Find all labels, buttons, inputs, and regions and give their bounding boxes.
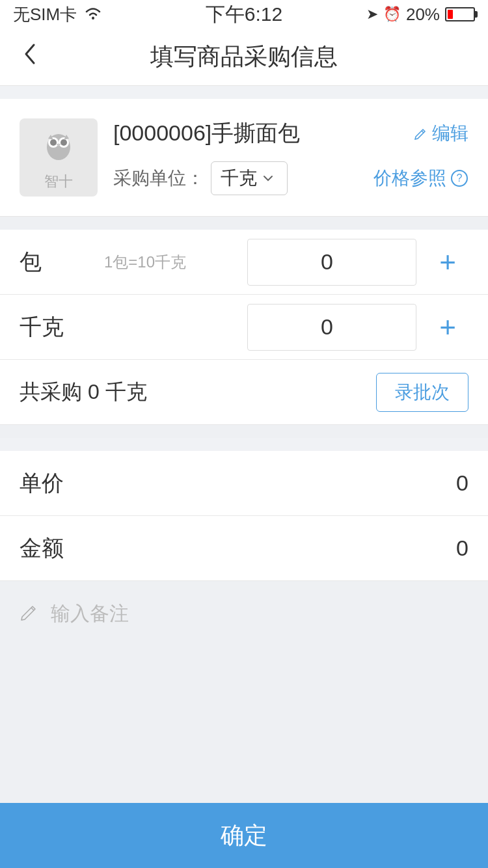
svg-line-9	[422, 131, 424, 133]
unit-price-row: 单价 0	[0, 451, 488, 516]
unit-dropdown[interactable]: 千克	[211, 161, 288, 195]
amount-value: 0	[456, 536, 468, 561]
confirm-button[interactable]: 确定	[0, 803, 488, 868]
svg-line-12	[31, 608, 34, 610]
svg-point-4	[50, 139, 57, 146]
kg-label: 千克	[20, 312, 98, 342]
carrier-label: 无SIM卡	[13, 3, 77, 26]
back-button[interactable]	[20, 40, 39, 74]
section-separator-1	[0, 217, 488, 230]
alarm-icon: ⏰	[383, 6, 401, 23]
unit-price-value: 0	[456, 470, 468, 496]
price-reference-button[interactable]: 价格参照 ?	[373, 166, 468, 191]
batch-record-button[interactable]: 录批次	[376, 373, 468, 412]
page-title: 填写商品采购信息	[150, 41, 338, 73]
product-unit-row: 采购单位： 千克 价格参照 ?	[113, 161, 468, 195]
product-info: [0000006]手撕面包 编辑 采购单位： 千克 价格参照 ?	[113, 118, 468, 195]
product-card: 智十 [0000006]手撕面包 编辑 采购单位： 千克 价格参照 ?	[0, 99, 488, 217]
price-section: 单价 0 金额 0	[0, 451, 488, 581]
package-plus-button[interactable]: +	[427, 241, 468, 283]
kg-input-row: 千克 +	[0, 295, 488, 360]
remark-placeholder: 输入备注	[51, 601, 129, 627]
svg-point-5	[61, 139, 67, 146]
battery-percent: 20%	[406, 5, 440, 25]
product-full-name: [0000006]手撕面包	[113, 118, 300, 148]
product-thumb-icon	[39, 124, 78, 169]
svg-text:?: ?	[457, 172, 463, 183]
package-input-right: +	[247, 239, 468, 286]
package-label: 包	[20, 247, 98, 277]
section-separator-2	[0, 425, 488, 438]
amount-label: 金额	[20, 534, 64, 563]
unit-price-label: 单价	[20, 468, 64, 498]
location-icon: ➤	[366, 6, 378, 23]
product-brand-label: 智十	[44, 172, 73, 191]
nav-bar: 填写商品采购信息	[0, 29, 488, 86]
amount-row: 金额 0	[0, 516, 488, 581]
package-sublabel: 1包=10千克	[104, 252, 186, 273]
battery-icon	[445, 7, 475, 21]
status-time: 下午6:12	[206, 1, 282, 28]
summary-row: 共采购 0 千克 录批次	[0, 360, 488, 425]
kg-plus-button[interactable]: +	[427, 306, 468, 348]
wifi-signal-icon	[83, 5, 103, 25]
kg-input-right: +	[247, 304, 468, 351]
status-left: 无SIM卡	[13, 3, 103, 26]
remark-section[interactable]: 输入备注	[0, 581, 488, 647]
unit-label: 采购单位：	[113, 166, 204, 191]
package-quantity-input[interactable]	[247, 239, 416, 286]
package-input-row: 包 1包=10千克 +	[0, 230, 488, 295]
pencil-icon	[20, 601, 40, 627]
summary-text: 共采购 0 千克	[20, 378, 147, 407]
status-right: ➤ ⏰ 20%	[366, 5, 475, 25]
svg-point-0	[92, 17, 94, 20]
input-section: 包 1包=10千克 + 千克 + 共采购 0 千克 录批次	[0, 230, 488, 425]
status-bar: 无SIM卡 下午6:12 ➤ ⏰ 20%	[0, 0, 488, 29]
edit-button[interactable]: 编辑	[414, 121, 468, 146]
kg-quantity-input[interactable]	[247, 304, 416, 351]
product-thumbnail: 智十	[20, 118, 98, 197]
product-name-row: [0000006]手撕面包 编辑	[113, 118, 468, 148]
